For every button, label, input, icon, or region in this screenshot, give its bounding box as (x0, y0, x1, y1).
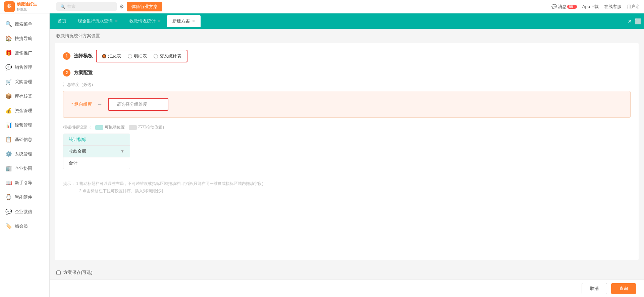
tab-new-plan-label: 新建方案 (172, 18, 190, 24)
search-icon: 🔍 (60, 4, 65, 9)
sidebar-item-guide[interactable]: 📖 新手引导 (0, 176, 49, 190)
sidebar-item-search-menu[interactable]: 🔍 搜索菜单 (0, 17, 49, 31)
radio-summary-label: 汇总表 (108, 53, 121, 59)
tab-cashflow-label: 现金银行流水查询 (78, 18, 113, 24)
indicators-grid: 统计指标 收款金额 ▼ 合计 (63, 134, 130, 169)
guide-icon: 📖 (5, 180, 12, 186)
draggable-dot (95, 125, 103, 130)
step2-section: 2 方案配置 汇总维度（必选） * 纵向维度 → 请选择分组维度 (63, 69, 631, 198)
save-checkbox[interactable] (56, 270, 61, 275)
sidebar-item-marketing[interactable]: 🎁 营销推广 (0, 46, 49, 60)
purchase-icon: 🛒 (5, 79, 12, 85)
sidebar-item-system[interactable]: ⚙️ 系统管理 (0, 147, 49, 161)
dimension-section: 汇总维度（必选） * 纵向维度 → 请选择分组维度 (63, 82, 631, 118)
indicators-subtotal: 合计 (63, 157, 130, 169)
sidebar-item-label: 畅会员 (15, 223, 28, 229)
query-button[interactable]: 查询 (611, 283, 636, 294)
marketing-icon: 🎁 (5, 50, 12, 56)
legend-nodrag: 不可拖动位置） (129, 125, 166, 130)
inventory-icon: 📦 (5, 93, 12, 99)
page-content: 收款情况统计方案设置 1 选择模板 汇总表 (50, 29, 644, 280)
cancel-button[interactable]: 取消 (582, 283, 607, 294)
step1-number: 1 (63, 52, 70, 60)
sidebar-item-basic[interactable]: 📋 基础信息 (0, 132, 49, 147)
arrow-icon: → (97, 101, 103, 107)
sidebar-item-member[interactable]: 🏷️ 畅会员 (0, 219, 49, 233)
dimension-select-btn[interactable]: 请选择分组维度 (108, 98, 168, 111)
legend-draggable-label: 可拖动位置 (105, 125, 125, 130)
message-icon[interactable]: 💬 消息99+ (551, 4, 577, 10)
sidebar-item-quick-nav[interactable]: 🏠 快捷导航 (0, 31, 49, 46)
sidebar-item-label: 采购管理 (15, 79, 32, 85)
dimension-box: * 纵向维度 → 请选择分组维度 (63, 91, 631, 118)
search-menu-icon: 🔍 (5, 21, 12, 27)
top-bar-right: 💬 消息99+ App下载 在线客服 用户名 (551, 4, 640, 10)
radio-detail-label: 明细表 (134, 53, 147, 59)
save-label[interactable]: 方案保存(可选) (63, 269, 93, 276)
member-icon: 🏷️ (5, 223, 12, 229)
template-radio-group: 汇总表 明细表 交叉统计表 (96, 50, 187, 62)
legend-draggable: 可拖动位置 (95, 125, 125, 130)
sales-icon: 💬 (5, 64, 12, 70)
sidebar-item-label: 营销推广 (15, 50, 32, 56)
sidebar-item-enterprise[interactable]: 🏢 企业协同 (0, 161, 49, 176)
message-label: 消息 (558, 4, 567, 9)
sidebar-item-label: 基础信息 (15, 137, 32, 143)
step2-title: 2 方案配置 (63, 69, 631, 77)
service-label[interactable]: 在线客服 (604, 4, 622, 10)
step2-number: 2 (63, 69, 70, 77)
sidebar-item-wechat[interactable]: 💬 企业微信 (0, 204, 49, 219)
maximize-icon[interactable]: ⬜ (635, 18, 641, 24)
sidebar-item-operation[interactable]: 📊 经营管理 (0, 118, 49, 132)
tab-cashflow[interactable]: 现金银行流水查询 ✕ (72, 15, 123, 27)
close-window-icon[interactable]: ✕ (628, 18, 632, 24)
system-icon: ⚙️ (5, 151, 12, 157)
sidebar-item-finance[interactable]: 💰 资金管理 (0, 103, 49, 118)
radio-detail[interactable]: 明细表 (128, 53, 147, 59)
sidebar-item-purchase[interactable]: 🛒 采购管理 (0, 75, 49, 89)
tab-bar-right: ✕ ⬜ (628, 18, 641, 24)
footer-bar: 取消 查询 (50, 280, 644, 297)
indicators-title-text: 模板指标设定（ (63, 125, 91, 130)
main-card: 1 选择模板 汇总表 明细表 (55, 43, 639, 260)
sidebar-item-label: 搜索菜单 (15, 21, 32, 27)
item-dropdown-icon[interactable]: ▼ (120, 149, 124, 154)
nodrag-dot (129, 125, 137, 130)
dimension-title: 汇总维度（必选） (63, 82, 631, 88)
indicators-item-collection[interactable]: 收款金额 ▼ (63, 146, 130, 157)
download-label[interactable]: App下载 (582, 4, 599, 10)
tab-collection-close[interactable]: ✕ (158, 19, 161, 23)
sidebar-item-inventory[interactable]: 📦 库存核算 (0, 89, 49, 103)
radio-summary[interactable]: 汇总表 (102, 53, 121, 59)
tab-new-plan-close[interactable]: ✕ (192, 19, 195, 23)
tab-new-plan[interactable]: 新建方案 ✕ (167, 15, 201, 27)
search-bar: 🔍 搜索 (56, 2, 117, 11)
message-badge: 99+ (567, 5, 577, 9)
sidebar-item-label: 快捷导航 (15, 36, 32, 42)
sidebar-item-sales[interactable]: 💬 销售管理 (0, 60, 49, 75)
hardware-icon: ⌚ (5, 194, 12, 200)
tab-cashflow-close[interactable]: ✕ (115, 19, 118, 23)
indicators-section: 模板指标设定（ 可拖动位置 不可拖动位置） 统计指标 (63, 125, 631, 170)
sidebar: 🔍 搜索菜单 🏠 快捷导航 🎁 营销推广 💬 销售管理 🛒 采购管理 📦 库存核… (0, 13, 50, 297)
indicators-header: 统计指标 (63, 134, 130, 146)
sidebar-item-hardware[interactable]: ⌚ 智能硬件 (0, 190, 49, 204)
breadcrumb-text: 收款情况统计方案设置 (56, 33, 100, 38)
step2-label: 方案配置 (74, 70, 93, 76)
sidebar-item-label: 企业微信 (15, 209, 32, 215)
breadcrumb: 收款情况统计方案设置 (50, 29, 644, 43)
tab-collection-label: 收款情况统计 (129, 18, 156, 24)
radio-cross-label: 交叉统计表 (160, 53, 181, 59)
legend-nodrag-label: 不可拖动位置） (138, 125, 166, 130)
step1-section: 1 选择模板 汇总表 明细表 (63, 50, 631, 62)
radio-cross[interactable]: 交叉统计表 (154, 53, 181, 59)
sidebar-item-label: 资金管理 (15, 108, 32, 114)
vertical-dim-label: * 纵向维度 (71, 101, 92, 107)
sidebar-item-label: 库存核算 (15, 93, 32, 99)
tab-collection[interactable]: 收款情况统计 ✕ (124, 15, 166, 27)
sidebar-item-label: 智能硬件 (15, 194, 32, 200)
trial-button[interactable]: 体验行业方案 (127, 2, 162, 11)
tab-home[interactable]: 首页 (52, 18, 72, 24)
user-name[interactable]: 用户名 (627, 4, 640, 10)
settings-icon[interactable]: ⚙ (119, 3, 124, 10)
